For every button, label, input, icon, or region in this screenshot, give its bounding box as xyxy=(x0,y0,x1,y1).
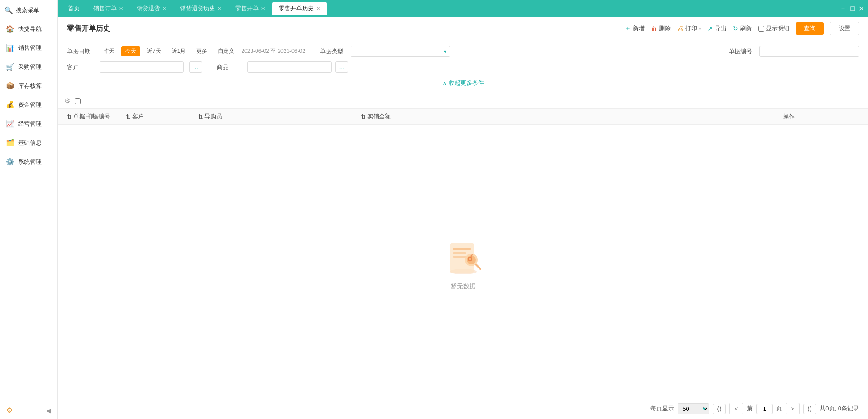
settings-icon[interactable]: ⚙ xyxy=(6,406,13,414)
tab-sales-return-history-close[interactable]: ✕ xyxy=(218,6,222,11)
page-number-input[interactable] xyxy=(756,404,773,414)
tab-retail-history-label: 零售开单历史 xyxy=(279,5,314,13)
page-next-btn[interactable]: ＞ xyxy=(786,403,800,414)
page-prev-btn[interactable]: ＜ xyxy=(729,403,743,414)
per-page-label: 每页显示 xyxy=(650,405,674,413)
window-minimize-btn[interactable]: － xyxy=(840,4,847,14)
export-button[interactable]: ↗ 导出 xyxy=(707,24,726,33)
date-7days-btn[interactable]: 近7天 xyxy=(143,46,165,56)
sort-icon-salesperson[interactable]: ⇅ xyxy=(198,113,203,120)
sidebar-item-quick-nav[interactable]: 🏠 快捷导航 xyxy=(0,19,57,38)
collapse-filter-btn[interactable]: ∧ 收起更多条件 xyxy=(67,77,859,89)
customer-filter-label: 客户 xyxy=(67,63,94,71)
type-select[interactable] xyxy=(351,46,450,57)
tab-retail-open[interactable]: 零售开单 ✕ xyxy=(229,2,271,15)
sidebar-item-system[interactable]: ⚙️ 系统管理 xyxy=(0,152,57,171)
sidebar-item-sales[interactable]: 📊 销售管理 xyxy=(0,38,57,57)
tab-sales-return-close[interactable]: ✕ xyxy=(162,6,166,11)
sidebar-item-label: 库存核算 xyxy=(18,82,42,90)
customer-search-btn[interactable]: ... xyxy=(189,61,202,73)
print-button[interactable]: 🖨 打印 ▾ xyxy=(677,24,701,33)
page-size-wrapper: 10 20 50 100 xyxy=(678,403,709,414)
sort-icon-amount[interactable]: ⇅ xyxy=(361,113,366,120)
sidebar-item-inventory[interactable]: 📦 库存核算 xyxy=(0,76,57,95)
page-suffix: 页 xyxy=(776,405,782,413)
goods-input[interactable] xyxy=(247,61,332,73)
sidebar-item-finance[interactable]: 💰 资金管理 xyxy=(0,95,57,114)
date-today-btn[interactable]: 今天 xyxy=(121,46,140,56)
table-settings-icon[interactable]: ⚙ xyxy=(64,97,70,105)
table-empty-state: 暂无数据 xyxy=(58,125,868,398)
table-header: ⇅ 单据日期 ⇅ 单据编号 ⇅ 客户 ⇅ 导购员 ⇅ xyxy=(58,109,868,125)
tab-sales-return-history-label: 销货退货历史 xyxy=(180,5,215,13)
customer-input[interactable] xyxy=(100,61,184,73)
search-menu-btn[interactable]: 🔍 搜索采单 xyxy=(0,0,57,19)
th-salesperson: ⇅ 导购员 xyxy=(195,109,286,124)
sort-icon-customer[interactable]: ⇅ xyxy=(126,113,131,120)
display-detail-checkbox[interactable] xyxy=(758,26,764,32)
date-more-btn[interactable]: 更多 xyxy=(192,46,211,56)
date-range-display: 2023-06-02 至 2023-06-02 xyxy=(241,47,305,55)
th-action: 操作 xyxy=(780,109,825,124)
page-size-select[interactable]: 10 20 50 100 xyxy=(678,403,709,414)
tab-retail-open-close[interactable]: ✕ xyxy=(261,6,265,11)
add-label: 新增 xyxy=(633,24,645,33)
th-amount xyxy=(286,109,358,124)
print-arrow-icon: ▾ xyxy=(699,26,701,31)
query-button[interactable]: 查询 xyxy=(796,22,824,35)
refresh-button[interactable]: ↻ 刷新 xyxy=(733,24,752,33)
type-filter-label: 单据类型 xyxy=(320,47,347,56)
page-first-btn[interactable]: ⟨⟨ xyxy=(713,404,726,414)
delete-button[interactable]: 🗑 删除 xyxy=(651,24,671,33)
sidebar-item-purchase[interactable]: 🛒 采购管理 xyxy=(0,57,57,76)
window-maximize-btn[interactable]: □ xyxy=(850,5,855,13)
date-1month-btn[interactable]: 近1月 xyxy=(168,46,190,56)
tab-sales-return-history[interactable]: 销货退货历史 ✕ xyxy=(174,2,228,15)
page-header: 零售开单历史 ＋ 新增 🗑 删除 🖨 打印 ▾ ↗ 导出 xyxy=(58,17,868,40)
add-icon: ＋ xyxy=(625,24,631,33)
sidebar-item-label: 采购管理 xyxy=(18,63,42,71)
tab-sales-order-close[interactable]: ✕ xyxy=(119,6,123,11)
collapse-sidebar-icon[interactable]: ◀ xyxy=(46,407,51,414)
settings-button[interactable]: 设置 xyxy=(830,22,859,35)
date-custom-btn[interactable]: 自定义 xyxy=(214,46,238,56)
sort-icon-date[interactable]: ⇅ xyxy=(67,113,72,120)
tab-retail-history[interactable]: 零售开单历史 ✕ xyxy=(272,2,327,15)
window-close-btn[interactable]: ✕ xyxy=(859,5,864,13)
type-select-wrapper xyxy=(351,46,450,57)
pagination: 每页显示 10 20 50 100 ⟨⟨ ＜ 第 页 ＞ ⟩⟩ 共0页, 0条记… xyxy=(58,398,868,419)
sidebar-item-label: 资金管理 xyxy=(18,101,42,109)
display-detail-btn[interactable]: 显示明细 xyxy=(758,24,789,33)
content-area: 零售开单历史 ＋ 新增 🗑 删除 🖨 打印 ▾ ↗ 导出 xyxy=(58,17,868,419)
tab-bar-right: － □ ✕ xyxy=(840,4,864,14)
add-button[interactable]: ＋ 新增 xyxy=(625,24,645,33)
select-all-checkbox[interactable] xyxy=(75,98,81,104)
export-icon: ↗ xyxy=(707,25,713,32)
tab-sales-return[interactable]: 销货退货 ✕ xyxy=(130,2,173,15)
doc-icon: 🗂️ xyxy=(6,139,14,147)
sidebar-item-operations[interactable]: 📈 经营管理 xyxy=(0,114,57,133)
goods-search-btn[interactable]: ... xyxy=(335,61,348,73)
money-icon: 💰 xyxy=(6,101,14,109)
date-filter-buttons: 昨天 今天 近7天 近1月 更多 自定义 2023-06-02 至 2023-0… xyxy=(100,46,305,56)
th-order-no-label: 单据编号 xyxy=(87,113,110,121)
sidebar-item-basic-info[interactable]: 🗂️ 基础信息 xyxy=(0,133,57,152)
filter-row-1: 单据日期 昨天 今天 近7天 近1月 更多 自定义 2023-06-02 至 2… xyxy=(67,46,859,57)
tab-home[interactable]: 首页 xyxy=(62,2,86,15)
tab-sales-order[interactable]: 销售订单 ✕ xyxy=(87,2,129,15)
tab-retail-history-close[interactable]: ✕ xyxy=(316,6,320,11)
filter-row-2: 客户 ... 商品 ... xyxy=(67,61,859,73)
search-menu-label: 搜索采单 xyxy=(16,6,39,14)
sort-icon-order-no[interactable]: ⇅ xyxy=(81,113,85,120)
main-area: 首页 销售订单 ✕ 销货退货 ✕ 销货退货历史 ✕ 零售开单 ✕ 零售开单历史 … xyxy=(58,0,868,419)
tab-bar: 首页 销售订单 ✕ 销货退货 ✕ 销货退货历史 ✕ 零售开单 ✕ 零售开单历史 … xyxy=(58,0,868,17)
filter-area: 单据日期 昨天 今天 近7天 近1月 更多 自定义 2023-06-02 至 2… xyxy=(58,40,868,93)
page-last-btn[interactable]: ⟩⟩ xyxy=(803,404,816,414)
order-no-input[interactable] xyxy=(759,46,859,57)
sidebar-item-label: 经营管理 xyxy=(18,120,42,128)
order-no-label: 单据编号 xyxy=(729,47,756,56)
date-yesterday-btn[interactable]: 昨天 xyxy=(100,46,119,56)
tab-sales-return-label: 销货退货 xyxy=(137,5,160,13)
refresh-label: 刷新 xyxy=(740,24,752,33)
svg-rect-2 xyxy=(453,248,471,250)
